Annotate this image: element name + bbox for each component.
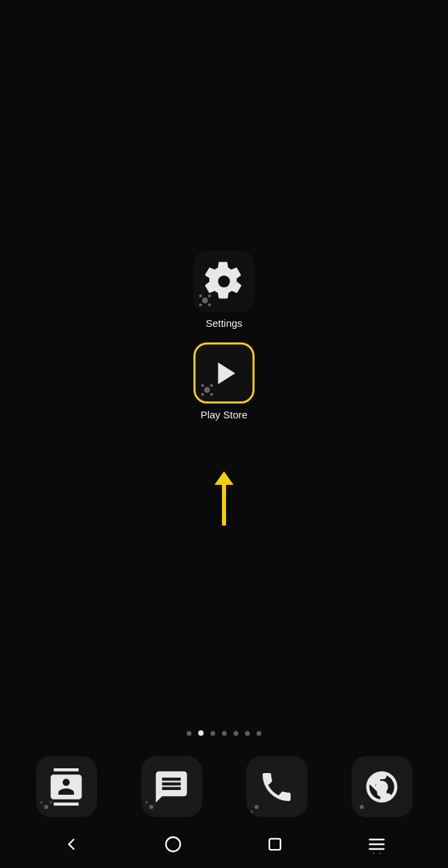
svg-point-6: [201, 384, 204, 387]
dock-phone[interactable]: [246, 756, 307, 817]
settings-label: Settings: [206, 317, 242, 329]
page-dot-2[interactable]: [210, 731, 215, 736]
page-dot-4[interactable]: [234, 731, 238, 736]
page-dot-1[interactable]: [198, 730, 204, 736]
svg-point-16: [250, 811, 253, 813]
arrow-shaft: [222, 485, 226, 526]
svg-point-0: [202, 298, 208, 304]
svg-point-4: [208, 303, 210, 306]
dock: [0, 756, 448, 817]
messages-icon: [153, 768, 190, 806]
dock-contacts[interactable]: [36, 756, 97, 817]
svg-point-12: [50, 802, 52, 804]
svg-point-5: [204, 387, 210, 393]
svg-point-14: [145, 802, 147, 804]
app-grid: Settings Play Store: [193, 251, 255, 420]
page-dot-0[interactable]: [187, 731, 191, 736]
svg-point-10: [44, 805, 48, 809]
contacts-icon: [48, 768, 85, 806]
page-dot-5[interactable]: [245, 731, 250, 736]
play-store-label: Play Store: [200, 409, 247, 420]
back-icon: [62, 835, 81, 854]
page-dot-6[interactable]: [257, 731, 261, 736]
svg-rect-20: [269, 839, 280, 850]
settings-app[interactable]: Settings: [193, 251, 255, 329]
dock-chrome[interactable]: [352, 756, 413, 817]
svg-point-18: [360, 805, 364, 809]
home-button[interactable]: [156, 827, 190, 861]
dock-messages[interactable]: [141, 756, 202, 817]
chrome-icon: [363, 768, 400, 806]
svg-point-9: [210, 393, 212, 395]
page-indicators: [187, 730, 261, 736]
playstore-icon-bg: [193, 342, 255, 403]
home-icon: [164, 835, 183, 854]
recents-button[interactable]: [258, 827, 292, 861]
page-dot-3[interactable]: [222, 731, 227, 736]
svg-point-3: [199, 303, 202, 306]
menu-button[interactable]: [360, 827, 394, 861]
navigation-bar: [0, 821, 448, 868]
annotation-arrow: [214, 471, 234, 526]
svg-point-11: [40, 802, 42, 804]
svg-point-13: [149, 805, 153, 809]
play-store-app[interactable]: Play Store: [193, 342, 255, 420]
svg-point-15: [255, 805, 259, 809]
svg-point-8: [201, 393, 204, 395]
svg-point-2: [208, 294, 210, 297]
homescreen: Settings Play Store: [0, 0, 448, 868]
svg-point-7: [210, 384, 212, 387]
recents-icon: [265, 835, 284, 854]
svg-point-1: [199, 294, 202, 297]
phone-icon: [258, 768, 295, 806]
arrow-head: [214, 471, 234, 485]
menu-icon: [367, 835, 386, 854]
settings-icon-bg: [193, 251, 255, 312]
svg-point-19: [166, 837, 181, 852]
back-button[interactable]: [54, 827, 88, 861]
